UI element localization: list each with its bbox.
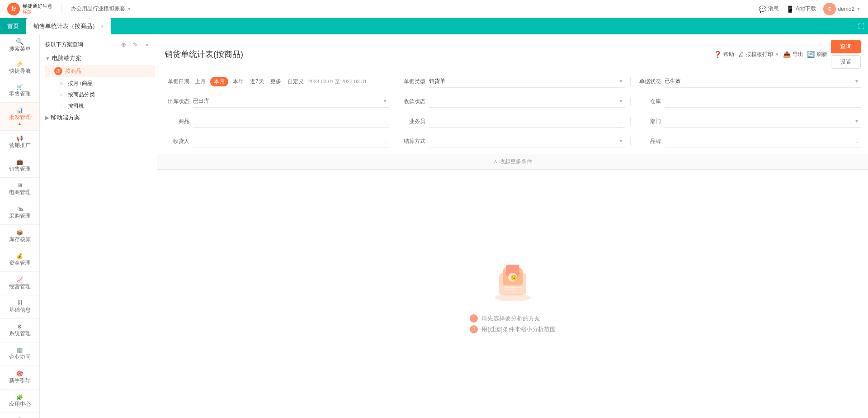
newbie-icon: 🎯 <box>2 370 38 377</box>
settlement-chevron-icon: ▼ <box>618 138 623 143</box>
main-layout: 🔍 搜索菜单 ⚡ 快捷导航 🛒 零售管理 📊 批发管理 ▲ 📢 营销推广 💼 销… <box>0 34 868 418</box>
settings-button[interactable]: 设置 <box>831 55 861 69</box>
user-menu[interactable]: E demo2 ▼ <box>823 3 861 15</box>
brand-selector[interactable]: … <box>665 135 861 147</box>
collapse-conditions-button[interactable]: ∧ 收起更多条件 <box>157 154 868 170</box>
filter-dept: 部门 ▼ <box>636 114 861 128</box>
industry-selector[interactable]: 办公用品行业模拟账套 ▼ <box>71 5 132 13</box>
receipt-selector[interactable]: … ▼ <box>429 95 625 108</box>
salesman-selector[interactable]: … <box>429 115 625 128</box>
product-label: 商品 <box>165 118 189 125</box>
sidebar-item-sales[interactable]: 💼 销售管理 <box>0 154 39 178</box>
recipient-more-icon: … <box>382 138 387 144</box>
divider <box>630 77 631 86</box>
sidebar-item-ecommerce[interactable]: 🖥 电商管理 <box>0 178 39 201</box>
tab-minimize-icon[interactable]: — <box>848 23 854 30</box>
help-icon: ❓ <box>714 51 722 58</box>
divider <box>395 137 395 146</box>
top-bar-left: 好 畅捷通好生意 标版 办公用品行业模拟账套 ▼ <box>7 3 132 15</box>
sidebar-item-purchase[interactable]: 🛍 采购管理 <box>0 201 39 225</box>
scheme-by-category[interactable]: ≡ 按商品分类 <box>43 89 157 100</box>
tab-close-icon[interactable]: × <box>101 23 104 29</box>
collapse-panel-button[interactable]: « <box>142 40 151 49</box>
sidebar-item-newbie[interactable]: 🎯 新手引导 <box>0 366 39 390</box>
stock-out-chevron-icon: ▼ <box>383 99 387 104</box>
sidebar-item-retail[interactable]: 🛒 零售管理 <box>0 79 39 103</box>
salesman-more-icon: … <box>618 119 623 124</box>
salesman-label: 业务员 <box>401 118 425 125</box>
sidebar-item-apps[interactable]: 🧩 应用中心 <box>0 390 39 413</box>
sidebar-item-wholesale[interactable]: 📊 批发管理 ▲ <box>0 103 39 131</box>
tip-num-1: 1 <box>470 314 478 323</box>
date-more[interactable]: 更多 <box>269 77 283 86</box>
stock-out-selector[interactable]: 已出库 ▼ <box>193 95 389 108</box>
date-this-month[interactable]: 本月 <box>210 77 228 86</box>
system-icon: ⚙ <box>2 323 38 330</box>
mobile-scheme-header[interactable]: ▶ 移动端方案 <box>40 112 157 124</box>
sidebar-item-wechat[interactable]: 💬 企业微信 <box>0 413 39 418</box>
scheme-by-month-product[interactable]: ≡ 按月+商品 <box>43 78 157 89</box>
base-icon: 🗄 <box>2 300 38 306</box>
refresh-button[interactable]: 🔄 刷新 <box>807 51 827 58</box>
sidebar-item-operations[interactable]: 📈 经营管理 <box>0 272 39 295</box>
operations-icon: 📈 <box>2 276 38 283</box>
sidebar-item-inventory[interactable]: 📦 库存核算 <box>0 225 39 248</box>
finance-icon: 💰 <box>2 253 38 259</box>
date-this-year[interactable]: 本年 <box>231 77 245 86</box>
type-chevron-icon: ▼ <box>618 79 623 84</box>
warehouse-selector[interactable]: … <box>665 95 861 108</box>
date-last-month[interactable]: 上月 <box>193 77 208 86</box>
page-title: 销货单统计表(按商品) <box>165 49 243 60</box>
sub-icon: ≡ <box>58 91 65 99</box>
product-selector[interactable]: … <box>193 115 389 128</box>
logo-icon: 好 <box>7 3 20 15</box>
sidebar-item-finance[interactable]: 💰 资金管理 <box>0 248 39 272</box>
logo-area: 好 畅捷通好生意 标版 <box>7 3 52 15</box>
message-button[interactable]: 💬 消息 <box>759 5 779 13</box>
template-print-button[interactable]: 🖨 按模板打印 ▼ <box>738 51 779 58</box>
help-button[interactable]: ❓ 帮助 <box>714 51 734 58</box>
sidebar-item-base[interactable]: 🗄 基础信息 <box>0 295 39 319</box>
export-icon: 📤 <box>783 51 791 58</box>
export-button[interactable]: 📤 导出 <box>783 51 803 58</box>
query-button[interactable]: 查询 <box>831 40 861 53</box>
date-custom[interactable]: 自定义 <box>286 77 306 86</box>
doc-type-selector[interactable]: 销货单 ▼ <box>429 75 625 88</box>
divider <box>395 97 395 106</box>
tab-bar: 首页 销售单统计表（按商品） × — ⛶ <box>0 18 868 34</box>
plus-icon: ⊕ <box>121 41 126 48</box>
doc-status-selector[interactable]: 已生效 ▼ <box>665 75 861 88</box>
edit-scheme-button[interactable]: ✎ <box>131 40 140 49</box>
settlement-selector[interactable]: ▼ <box>429 135 625 147</box>
ecommerce-icon: 🖥 <box>2 182 38 189</box>
sidebar-item-enterprise[interactable]: 🏢 企业协同 <box>0 342 39 366</box>
settlement-label: 结算方式 <box>401 138 425 145</box>
dept-selector[interactable]: ▼ <box>665 115 861 128</box>
date-last7[interactable]: 近7天 <box>248 77 266 86</box>
pc-scheme-header[interactable]: ▼ 电脑端方案 <box>40 52 157 64</box>
sidebar-item-system[interactable]: ⚙ 系统管理 <box>0 319 39 342</box>
receipt-label: 收款状态 <box>401 98 425 105</box>
sidebar-search[interactable]: 🔍 搜索菜单 <box>0 34 39 57</box>
recipient-selector[interactable]: … <box>193 135 389 147</box>
date-range-text: 2023-03-01 至 2023-03-31 <box>308 78 367 85</box>
sidebar-item-marketing[interactable]: 📢 营销推广 <box>0 131 39 154</box>
tab-maximize-icon[interactable]: ⛶ <box>858 23 864 30</box>
tab-active[interactable]: 销售单统计表（按商品） × <box>26 18 111 34</box>
sidebar-nav-shortcut[interactable]: ⚡ 快捷导航 <box>0 57 39 79</box>
scheme-by-driver[interactable]: ≡ 按司机 <box>43 100 157 112</box>
scheme-by-product[interactable]: 按 按商品 <box>45 65 155 77</box>
wholesale-icon: 📊 <box>2 107 38 114</box>
print-icon: 🖨 <box>738 51 744 58</box>
enterprise-icon: 🏢 <box>2 347 38 353</box>
status-chevron-icon: ▼ <box>854 79 859 84</box>
filter-salesman: 业务员 … <box>401 114 625 128</box>
add-scheme-button[interactable]: ⊕ <box>119 40 128 49</box>
sidebar: 🔍 搜索菜单 ⚡ 快捷导航 🛒 零售管理 📊 批发管理 ▲ 📢 营销推广 💼 销… <box>0 34 40 418</box>
sub-icon: ≡ <box>58 80 65 87</box>
app-download-button[interactable]: 📱 App下载 <box>786 5 816 13</box>
marketing-icon: 📢 <box>2 135 38 142</box>
chevron-up-icon: ▲ <box>2 121 38 126</box>
dept-chevron-icon: ▼ <box>854 119 859 124</box>
tab-home[interactable]: 首页 <box>0 18 26 34</box>
